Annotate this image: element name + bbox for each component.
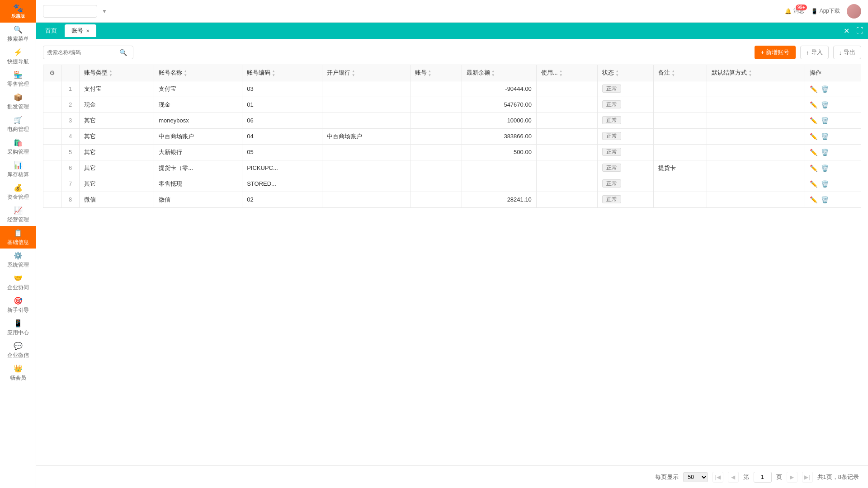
page-prev-button[interactable]: ◀ xyxy=(728,472,739,483)
sidebar-item-capital-mgmt[interactable]: 💰 资金管理 xyxy=(0,181,36,203)
edit-button[interactable]: ✏️ xyxy=(810,85,817,93)
sidebar-item-search-menu[interactable]: 🔍 搜索菜单 xyxy=(0,23,36,45)
delete-button[interactable]: 🗑️ xyxy=(821,101,829,108)
col-settings[interactable]: ⚙ xyxy=(43,65,61,81)
page-size-select[interactable]: 50 20 100 xyxy=(683,472,708,482)
sidebar: 🐾 乐惠版 🔍 搜索菜单 ⚡ 快捷导航 🏪 零售管理 📦 批发管理 🛒 电商管理… xyxy=(0,0,36,488)
import-button[interactable]: ↑ 导入 xyxy=(800,46,829,59)
row-usage xyxy=(536,81,597,97)
tab-close-button[interactable]: ✕ xyxy=(841,26,852,36)
close-tab-icon[interactable]: ✕ xyxy=(86,28,90,33)
edit-button[interactable]: ✏️ xyxy=(810,117,817,124)
delete-button[interactable]: 🗑️ xyxy=(821,117,829,124)
delete-button[interactable]: 🗑️ xyxy=(821,149,829,156)
sidebar-item-label: 应用中心 xyxy=(7,329,29,337)
sidebar-item-label: 畅会员 xyxy=(10,374,26,382)
row-default-settle xyxy=(707,81,805,97)
tab-fullscreen-button[interactable]: ⛶ xyxy=(854,26,866,36)
page-first-button[interactable]: |◀ xyxy=(712,472,723,483)
page-last-button[interactable]: ▶| xyxy=(802,472,813,483)
col-note[interactable]: 备注▲▼ xyxy=(654,65,707,81)
edit-button[interactable]: ✏️ xyxy=(810,101,817,108)
sidebar-item-app-center[interactable]: 📱 应用中心 xyxy=(0,316,36,339)
sidebar-item-new-guide[interactable]: 🎯 新手引导 xyxy=(0,294,36,316)
notification-button[interactable]: 🔔 消息 99+ xyxy=(785,7,804,15)
row-status: 正常 xyxy=(598,81,654,97)
sidebar-item-operation-mgmt[interactable]: 📈 经营管理 xyxy=(0,203,36,226)
top-search-input[interactable] xyxy=(43,5,97,18)
sidebar-item-basic-info[interactable]: 📋 基础信息 xyxy=(0,226,36,249)
delete-button[interactable]: 🗑️ xyxy=(821,164,829,172)
delete-button[interactable]: 🗑️ xyxy=(821,85,829,93)
row-note xyxy=(654,144,707,160)
row-settings xyxy=(43,113,61,128)
page-number-input[interactable] xyxy=(754,472,772,483)
delete-button[interactable]: 🗑️ xyxy=(821,133,829,140)
member-icon: 👑 xyxy=(14,364,23,373)
sidebar-item-enterprise-wechat[interactable]: 💬 企业微信 xyxy=(0,339,36,361)
delete-button[interactable]: 🗑️ xyxy=(821,196,829,203)
row-status: 正常 xyxy=(598,97,654,113)
sidebar-item-wholesale-mgmt[interactable]: 📦 批发管理 xyxy=(0,90,36,113)
logo-text: 乐惠版 xyxy=(11,13,25,19)
col-type[interactable]: 账号类型▲▼ xyxy=(80,65,154,81)
col-code[interactable]: 账号编码▲▼ xyxy=(242,65,322,81)
dropdown-arrow-icon[interactable]: ▼ xyxy=(102,8,107,14)
row-account xyxy=(410,128,462,144)
col-usage[interactable]: 使用...▲▼ xyxy=(536,65,597,81)
sidebar-item-quick-nav[interactable]: ⚡ 快捷导航 xyxy=(0,45,36,68)
edit-button[interactable]: ✏️ xyxy=(810,196,817,203)
sidebar-item-retail-mgmt[interactable]: 🏪 零售管理 xyxy=(0,68,36,90)
sidebar-item-system-mgmt[interactable]: ⚙️ 系统管理 xyxy=(0,249,36,271)
col-account[interactable]: 账号▲▼ xyxy=(410,65,462,81)
content-area: 🔍 + 新增账号 ↑ 导入 ↓ 导出 xyxy=(36,39,868,465)
row-type: 其它 xyxy=(80,176,154,192)
row-code: 01 xyxy=(242,97,322,113)
tab-home[interactable]: 首页 xyxy=(38,24,64,37)
col-name[interactable]: 账号名称▲▼ xyxy=(154,65,242,81)
sidebar-item-enterprise-agreement[interactable]: 🤝 企业协同 xyxy=(0,271,36,294)
wechat-icon: 💬 xyxy=(14,342,23,350)
search-input[interactable] xyxy=(47,49,119,56)
sidebar-item-inventory-calc[interactable]: 📊 库存核算 xyxy=(0,158,36,181)
app-download-button[interactable]: 📱 App下载 xyxy=(811,7,840,15)
quick-nav-icon: ⚡ xyxy=(14,48,23,56)
row-account xyxy=(410,113,462,128)
edit-button[interactable]: ✏️ xyxy=(810,164,817,172)
user-avatar[interactable] xyxy=(847,4,861,19)
row-code: 05 xyxy=(242,144,322,160)
search-wrap: 🔍 xyxy=(43,46,133,59)
row-note xyxy=(654,97,707,113)
capital-icon: 💰 xyxy=(14,183,23,192)
page-size-label: 每页显示 xyxy=(655,473,679,481)
col-balance[interactable]: 最新余额▲▼ xyxy=(462,65,536,81)
row-balance: 28241.10 xyxy=(462,192,536,207)
row-settings xyxy=(43,160,61,176)
tab-account[interactable]: 账号 ✕ xyxy=(65,24,96,37)
table-row: 5 其它 大新银行 05 500.00 正常 ✏️ 🗑️ xyxy=(43,144,861,160)
add-account-button[interactable]: + 新增账号 xyxy=(755,46,796,59)
col-status[interactable]: 状态▲▼ xyxy=(598,65,654,81)
export-button[interactable]: ↓ 导出 xyxy=(833,46,862,59)
col-bank[interactable]: 开户银行▲▼ xyxy=(322,65,410,81)
sidebar-item-member[interactable]: 👑 畅会员 xyxy=(0,361,36,384)
sidebar-item-label: 企业微信 xyxy=(7,352,29,359)
enterprise-icon: 🤝 xyxy=(14,274,23,282)
delete-button[interactable]: 🗑️ xyxy=(821,180,829,188)
row-note xyxy=(654,81,707,97)
page-next-button[interactable]: ▶ xyxy=(787,472,797,483)
row-settings xyxy=(43,81,61,97)
inventory-icon: 📊 xyxy=(14,161,23,169)
add-account-label: + 新增账号 xyxy=(761,48,789,56)
edit-button[interactable]: ✏️ xyxy=(810,133,817,140)
sidebar-item-ecommerce-mgmt[interactable]: 🛒 电商管理 xyxy=(0,113,36,136)
col-default-settle[interactable]: 默认结算方式▲▼ xyxy=(707,65,805,81)
search-icon[interactable]: 🔍 xyxy=(119,49,127,56)
edit-button[interactable]: ✏️ xyxy=(810,180,817,188)
row-usage xyxy=(536,176,597,192)
sidebar-item-purchase-mgmt[interactable]: 🛍️ 采购管理 xyxy=(0,136,36,158)
edit-button[interactable]: ✏️ xyxy=(810,149,817,156)
settings-gear-icon[interactable]: ⚙ xyxy=(49,69,55,76)
row-code: 03 xyxy=(242,81,322,97)
wholesale-icon: 📦 xyxy=(14,93,23,102)
